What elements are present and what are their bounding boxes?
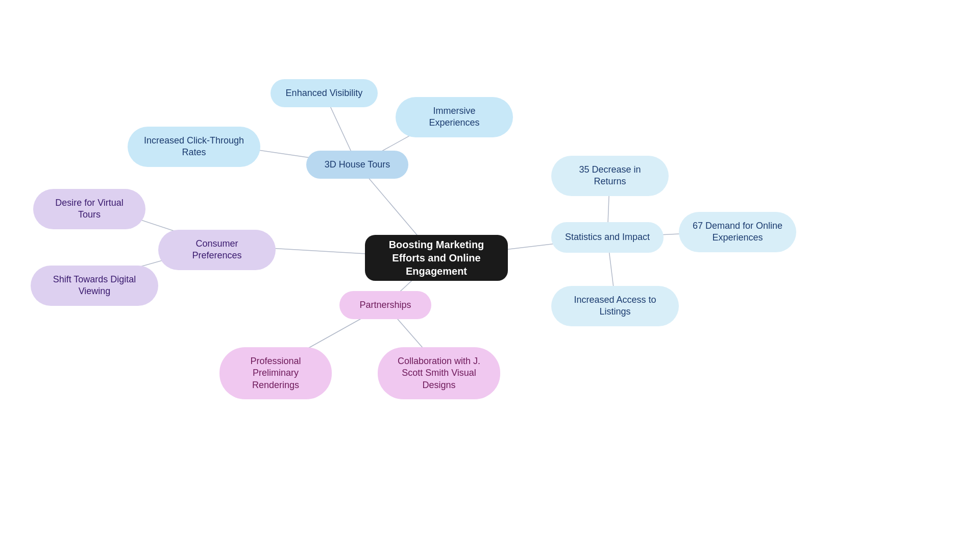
node-professional-renderings[interactable]: Professional Preliminary Renderings	[219, 347, 332, 399]
node-desire-virtual-tours[interactable]: Desire for Virtual Tours	[33, 189, 145, 229]
node-enhanced-visibility[interactable]: Enhanced Visibility	[271, 79, 378, 107]
node-increased-click-through[interactable]: Increased Click-Through Rates	[128, 127, 260, 167]
node-partnerships[interactable]: Partnerships	[339, 291, 431, 319]
node-demand-online[interactable]: 67 Demand for Online Experiences	[679, 212, 796, 252]
mindmap-container: Boosting Marketing Efforts and Online En…	[0, 0, 980, 553]
center-node[interactable]: Boosting Marketing Efforts and Online En…	[365, 235, 508, 281]
node-increased-access[interactable]: Increased Access to Listings	[551, 286, 679, 326]
node-decrease-returns[interactable]: 35 Decrease in Returns	[551, 156, 669, 196]
node-shift-digital-viewing[interactable]: Shift Towards Digital Viewing	[31, 266, 158, 306]
node-immersive-experiences[interactable]: Immersive Experiences	[396, 97, 513, 137]
node-statistics-impact[interactable]: Statistics and Impact	[551, 222, 664, 253]
node-3d-house-tours[interactable]: 3D House Tours	[306, 151, 408, 179]
node-collaboration-jscott[interactable]: Collaboration with J. Scott Smith Visual…	[378, 347, 500, 399]
node-consumer-preferences[interactable]: Consumer Preferences	[158, 230, 276, 270]
